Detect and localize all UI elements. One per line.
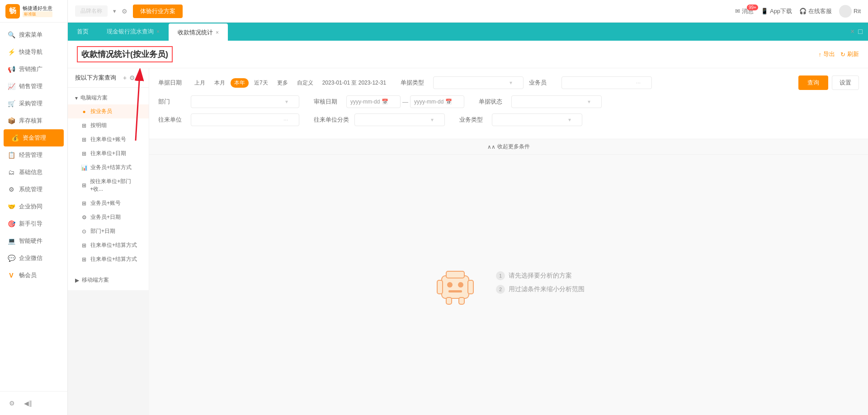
dept-label: 部门 bbox=[158, 98, 185, 106]
member-icon: V bbox=[7, 271, 15, 279]
date-tab-this-month[interactable]: 本月 bbox=[211, 78, 229, 88]
scheme-item-1[interactable]: ⊞ 按明细 bbox=[68, 118, 149, 132]
audit-date-end[interactable]: yyyy-mm-dd 📅 bbox=[410, 95, 464, 108]
tab-collection[interactable]: 收款情况统计 × bbox=[169, 24, 228, 42]
sidebar-item-marketing[interactable]: 📢 营销推广 bbox=[0, 61, 67, 78]
settings-bottom-icon[interactable]: ⚙ bbox=[5, 397, 18, 410]
page-header: 收款情况统计(按业务员) ↑ 导出 ↻ 刷新 bbox=[68, 41, 868, 68]
online-service-btn[interactable]: 🎧 在线客服 bbox=[799, 7, 832, 15]
sidebar-item-hardware[interactable]: 💻 智能硬件 bbox=[0, 232, 67, 250]
sales-icon: 📈 bbox=[7, 82, 15, 90]
message-btn[interactable]: ✉ 消息 99+ bbox=[735, 7, 754, 15]
user-info[interactable]: Rit bbox=[839, 5, 861, 18]
refresh-icon: ↻ bbox=[840, 51, 845, 58]
date-tab-more[interactable]: 更多 bbox=[274, 78, 292, 88]
scheme-icon-7: ⚙ bbox=[80, 214, 88, 221]
date-tab-7days[interactable]: 近7天 bbox=[250, 78, 272, 88]
tab-home[interactable]: 首页 bbox=[68, 23, 98, 41]
date-tab-this-year[interactable]: 本年 bbox=[231, 78, 249, 88]
hint-num-1: 1 bbox=[496, 271, 505, 280]
sidebar-item-wechat[interactable]: 💬 企业微信 bbox=[0, 250, 67, 267]
app-download-btn[interactable]: 📱 App下载 bbox=[761, 7, 792, 15]
collapse-sidebar-icon[interactable]: ◀‖ bbox=[22, 397, 34, 410]
sidebar-item-guide[interactable]: 🎯 新手引导 bbox=[0, 215, 67, 232]
left-panel: 按以下方案查询 + ⚙ « ▾ 电脑端方案 ● bbox=[68, 68, 149, 290]
audit-date-input: yyyy-mm-dd 📅 — yyyy-mm-dd 📅 bbox=[346, 95, 464, 108]
dept-select[interactable]: ▾ bbox=[191, 95, 299, 108]
scheme-item-8[interactable]: ⊙ 部门+日期 bbox=[68, 224, 149, 238]
query-btn[interactable]: 查询 bbox=[798, 75, 828, 90]
scheme-item-0[interactable]: ● 按业务员 bbox=[68, 104, 149, 118]
sidebar-item-search[interactable]: 🔍 搜索菜单 bbox=[0, 26, 67, 43]
scheme-item-6[interactable]: ⊞ 业务员+账号 bbox=[68, 196, 149, 210]
counterpart-cat-label: 往来单位分类 bbox=[314, 116, 349, 124]
topbar-chevron-icon[interactable]: ▾ bbox=[113, 8, 116, 14]
scheme-item-7[interactable]: ⚙ 业务员+日期 bbox=[68, 210, 149, 224]
doc-status-select[interactable]: ▾ bbox=[511, 95, 602, 108]
sidebar: 畅 畅捷通好生意 标准版 🔍 搜索菜单 ⚡ 快捷导航 📢 营销推广 📈 销售管理… bbox=[0, 0, 68, 415]
date-tab-custom[interactable]: 自定义 bbox=[293, 78, 317, 88]
counterpart-select[interactable]: ··· bbox=[191, 113, 299, 126]
window-close-icon[interactable]: × bbox=[850, 28, 854, 36]
svg-point-4 bbox=[447, 282, 453, 288]
scheme-item-10[interactable]: ⊞ 往来单位+结算方式 bbox=[68, 252, 149, 266]
mobile-section-header[interactable]: ▶ 移动端方案 bbox=[68, 274, 149, 287]
page-title: 收款情况统计(按业务员) bbox=[81, 50, 168, 59]
sidebar-item-purchase[interactable]: 🛒 采购管理 bbox=[0, 95, 67, 112]
scheme-item-5[interactable]: ⊞ 按往来单位+部门+收... bbox=[68, 174, 149, 196]
salesperson-select[interactable]: ··· bbox=[561, 76, 652, 89]
scheme-item-2[interactable]: ⊞ 往来单位+账号 bbox=[68, 132, 149, 146]
export-icon: ↑ bbox=[819, 51, 822, 58]
topbar-gear-icon[interactable]: ⚙ bbox=[122, 8, 127, 15]
tabbar-controls: × □ bbox=[847, 28, 868, 36]
sidebar-item-system[interactable]: ⚙ 系统管理 bbox=[0, 181, 67, 198]
tab-collection-close[interactable]: × bbox=[216, 29, 219, 36]
scheme-item-9[interactable]: ⊞ 往来单位+结算方式 bbox=[68, 238, 149, 252]
svg-point-5 bbox=[458, 282, 463, 288]
sidebar-item-member[interactable]: V 畅会员 bbox=[0, 267, 67, 284]
window-maximize-icon[interactable]: □ bbox=[858, 28, 863, 36]
date-tab-last-month[interactable]: 上月 bbox=[191, 78, 209, 88]
doc-type-select[interactable]: ▾ bbox=[433, 76, 524, 89]
empty-robot-svg bbox=[433, 262, 478, 307]
sidebar-item-shortcuts[interactable]: ⚡ 快捷导航 bbox=[0, 43, 67, 61]
biz-type-select[interactable]: ▾ bbox=[492, 113, 582, 126]
tabbar: 首页 现金银行流水查询 × 收款情况统计 × × □ bbox=[68, 23, 868, 41]
setting-btn[interactable]: 设置 bbox=[832, 75, 859, 90]
sidebar-logo: 畅 畅捷通好生意 标准版 bbox=[0, 0, 67, 23]
collapse-panel-icon[interactable]: « bbox=[138, 74, 142, 81]
panel-header-title: 按以下方案查询 bbox=[75, 74, 116, 82]
export-btn[interactable]: ↑ 导出 bbox=[819, 50, 835, 58]
sidebar-item-finance[interactable]: 💰 资金管理 bbox=[4, 129, 64, 146]
desktop-section-header[interactable]: ▾ 电脑端方案 bbox=[68, 91, 149, 104]
empty-content: 1 请先选择要分析的方案 2 用过滤条件来缩小分析范围 bbox=[433, 262, 585, 307]
shortcuts-icon: ⚡ bbox=[7, 48, 15, 56]
user-name: Rit bbox=[854, 8, 861, 14]
operation-icon: 📋 bbox=[7, 151, 15, 159]
sidebar-item-operation[interactable]: 📋 经营管理 bbox=[0, 146, 67, 164]
add-scheme-icon[interactable]: + bbox=[123, 74, 127, 81]
svg-rect-8 bbox=[468, 280, 473, 294]
scheme-settings-icon[interactable]: ⚙ bbox=[129, 74, 135, 81]
tab-bank[interactable]: 现金银行流水查询 × bbox=[98, 23, 169, 41]
sidebar-item-basic[interactable]: 🗂 基础信息 bbox=[0, 164, 67, 181]
svg-rect-10 bbox=[459, 297, 464, 304]
tab-bank-close[interactable]: × bbox=[156, 28, 160, 35]
trial-btn[interactable]: 体验行业方案 bbox=[133, 5, 183, 18]
scheme-item-4[interactable]: 📊 业务员+结算方式 bbox=[68, 160, 149, 174]
desktop-section: ▾ 电脑端方案 ● 按业务员 ⊞ 按明细 ⊞ 往 bbox=[68, 88, 149, 270]
refresh-btn[interactable]: ↻ 刷新 bbox=[840, 50, 859, 58]
hint-num-2: 2 bbox=[496, 285, 505, 294]
expand-icon: ▾ bbox=[75, 95, 78, 101]
calendar-end-icon: 📅 bbox=[445, 99, 452, 105]
scheme-icon-9: ⊞ bbox=[80, 242, 88, 249]
counterpart-cat-select[interactable]: ▾ bbox=[354, 113, 445, 126]
scheme-item-3[interactable]: ⊞ 往来单位+日期 bbox=[68, 146, 149, 160]
sidebar-item-company[interactable]: 🤝 企业协同 bbox=[0, 198, 67, 215]
collapse-bar[interactable]: ∧∧ 收起更多条件 bbox=[149, 139, 868, 155]
finance-icon: 💰 bbox=[11, 134, 19, 142]
scheme-icon-0: ● bbox=[80, 108, 88, 115]
audit-date-start[interactable]: yyyy-mm-dd 📅 bbox=[346, 95, 401, 108]
sidebar-item-inventory[interactable]: 📦 库存核算 bbox=[0, 112, 67, 129]
sidebar-item-sales[interactable]: 📈 销售管理 bbox=[0, 78, 67, 95]
